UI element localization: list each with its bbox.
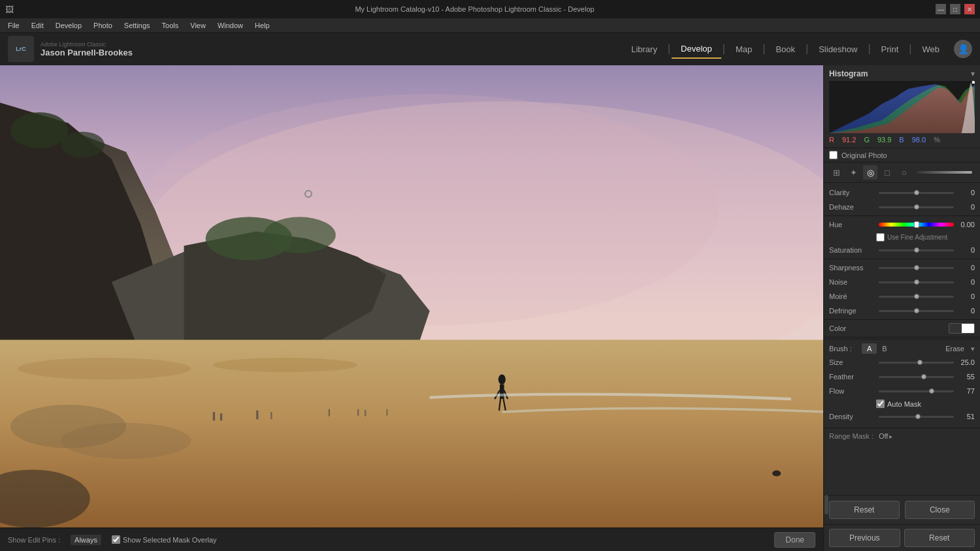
menu-settings[interactable]: Settings — [119, 20, 155, 31]
nav-print[interactable]: Print — [872, 40, 908, 58]
svg-point-32 — [772, 471, 781, 477]
close-button[interactable]: ✕ — [964, 4, 975, 14]
saturation-slider[interactable] — [879, 249, 954, 251]
menu-window[interactable]: Window — [212, 20, 248, 31]
panel-reset-button[interactable]: Reset — [829, 501, 900, 519]
svg-rect-33 — [829, 81, 832, 84]
hue-slider[interactable] — [879, 223, 954, 227]
moire-thumb[interactable] — [914, 294, 919, 299]
brush-b-button[interactable]: B — [877, 343, 892, 354]
nav-sep-6: | — [909, 43, 911, 55]
svg-rect-26 — [357, 409, 359, 416]
noise-label: Noise — [829, 278, 876, 286]
hue-thumb[interactable] — [914, 221, 919, 228]
noise-thumb[interactable] — [914, 279, 919, 285]
brush-flow-thumb[interactable] — [929, 388, 934, 394]
menu-bar: File Edit Develop Photo Settings Tools V… — [0, 18, 980, 33]
dehaze-value: 0 — [956, 203, 975, 211]
r-label: R — [829, 136, 834, 144]
lrc-abbr: LrC — [16, 46, 26, 52]
scroll-thumb[interactable] — [825, 495, 828, 514]
profile-avatar[interactable]: 👤 — [954, 40, 972, 58]
brush-flow-value: 77 — [956, 387, 975, 395]
minimize-button[interactable]: — — [936, 4, 946, 14]
menu-photo[interactable]: Photo — [88, 20, 118, 31]
color-swatch[interactable] — [949, 323, 975, 334]
original-photo-checkbox[interactable] — [829, 151, 838, 159]
brush-a-button[interactable]: A — [862, 343, 877, 354]
clarity-thumb[interactable] — [914, 190, 919, 195]
nav-web[interactable]: Web — [913, 40, 949, 58]
defringe-slider[interactable] — [879, 310, 954, 312]
defringe-thumb[interactable] — [914, 308, 919, 313]
done-button[interactable]: Done — [774, 532, 815, 548]
brush-erase-button[interactable]: Erase — [940, 343, 970, 354]
nav-develop[interactable]: Develop — [672, 40, 721, 59]
brush-feather-thumb[interactable] — [921, 374, 926, 379]
previous-button[interactable]: Previous — [829, 529, 900, 547]
range-mask-value[interactable]: Off — [879, 432, 888, 440]
user-name: Jason Parnell-Brookes — [41, 48, 133, 57]
brush-icon[interactable]: ○ — [897, 165, 911, 180]
svg-rect-28 — [386, 409, 387, 416]
brush-density-thumb[interactable] — [915, 414, 921, 419]
automask-checkbox[interactable] — [876, 400, 885, 408]
dehaze-slider[interactable] — [879, 206, 954, 208]
menu-help[interactable]: Help — [250, 20, 275, 31]
radial-icon[interactable]: ◎ — [863, 165, 877, 180]
nav-map[interactable]: Map — [727, 40, 761, 58]
histogram-title: Histogram — [829, 69, 868, 78]
svg-rect-16 — [500, 385, 504, 399]
use-fine-checkbox[interactable] — [876, 233, 885, 242]
menu-develop[interactable]: Develop — [50, 20, 87, 31]
crop-icon[interactable]: ⊞ — [829, 165, 843, 180]
histogram-canvas — [829, 81, 975, 133]
rgb-values: R 91.2 G 93.9 B 98.0 % — [829, 136, 975, 144]
svg-point-5 — [10, 112, 69, 148]
menu-edit[interactable]: Edit — [26, 20, 49, 31]
nav-library[interactable]: Library — [622, 40, 666, 58]
maximize-button[interactable]: □ — [950, 4, 960, 14]
clarity-slider[interactable] — [879, 192, 954, 194]
noise-slider[interactable] — [879, 281, 954, 283]
sharpness-row: Sharpness 0 — [824, 260, 980, 275]
sharpness-thumb[interactable] — [914, 265, 919, 270]
brush-dropdown-icon[interactable]: ▾ — [971, 345, 975, 353]
nav-slideshow[interactable]: Slideshow — [809, 40, 866, 58]
photo-canvas[interactable] — [0, 65, 823, 527]
dehaze-row: Dehaze 0 — [824, 200, 980, 214]
brush-flow-slider[interactable] — [879, 390, 954, 392]
show-mask-checkbox[interactable] — [112, 535, 120, 544]
r-value: 91.2 — [842, 136, 856, 144]
graduated-icon[interactable]: □ — [880, 165, 894, 180]
use-fine-row: Use Fine Adjustment — [824, 232, 980, 243]
sharpness-slider[interactable] — [879, 267, 954, 269]
original-photo-label: Original Photo — [841, 151, 887, 159]
menu-view[interactable]: View — [185, 20, 211, 31]
range-mask-arrow[interactable]: ▸ — [889, 433, 892, 440]
moire-slider[interactable] — [879, 296, 954, 298]
nav-book[interactable]: Book — [766, 40, 804, 58]
original-photo-row[interactable]: Original Photo — [824, 148, 980, 163]
reset-button[interactable]: Reset — [904, 529, 975, 547]
show-mask-overlay-toggle[interactable]: Show Selected Mask Overlay — [112, 535, 217, 544]
dehaze-thumb[interactable] — [914, 204, 919, 210]
window-controls: — □ ✕ — [936, 4, 975, 14]
heal-icon[interactable]: ✦ — [846, 165, 860, 180]
b-label: B — [899, 136, 904, 144]
brush-size-thumb[interactable] — [917, 360, 923, 365]
always-dropdown[interactable]: Always — [71, 535, 101, 545]
saturation-thumb[interactable] — [914, 247, 919, 253]
moire-row: Moiré 0 — [824, 289, 980, 304]
svg-rect-24 — [270, 412, 272, 419]
panel-close-button[interactable]: Close — [905, 501, 975, 519]
lrc-logo: LrC — [8, 36, 34, 62]
brush-feather-slider[interactable] — [879, 376, 954, 378]
histogram-chevron[interactable]: ▾ — [971, 69, 975, 78]
brush-size-slider[interactable] — [879, 362, 954, 364]
brush-density-slider[interactable] — [879, 416, 954, 418]
menu-file[interactable]: File — [3, 20, 25, 31]
svg-rect-34 — [972, 81, 975, 84]
dehaze-label: Dehaze — [829, 203, 876, 211]
menu-tools[interactable]: Tools — [157, 20, 184, 31]
